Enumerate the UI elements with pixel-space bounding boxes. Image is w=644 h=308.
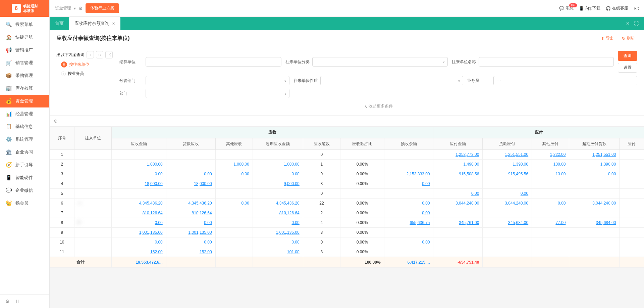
- table-cell[interactable]: [215, 237, 253, 247]
- sidebar-item-member[interactable]: 👑畅会员: [0, 197, 49, 210]
- table-cell[interactable]: 1,000.00: [111, 160, 166, 169]
- table-cell[interactable]: [483, 237, 532, 247]
- table-cell[interactable]: [384, 189, 433, 199]
- table-cell[interactable]: [384, 160, 433, 169]
- table-cell[interactable]: 655,636.75: [384, 218, 433, 228]
- tab-fullscreen-icon[interactable]: ⛶: [634, 21, 639, 26]
- table-cell[interactable]: 0.00: [111, 237, 166, 247]
- table-cell[interactable]: 18,000.00: [166, 179, 215, 189]
- table-cell[interactable]: [215, 179, 253, 189]
- sidebar-item-system[interactable]: ⚙️系统管理: [0, 133, 49, 146]
- table-cell[interactable]: [111, 189, 166, 199]
- filter-collapse-button[interactable]: ∧ 收起更多条件: [119, 101, 637, 111]
- table-cell[interactable]: [215, 247, 253, 257]
- table-cell[interactable]: 152.00: [166, 247, 215, 257]
- user-menu[interactable]: Rit: [634, 6, 639, 11]
- table-cell[interactable]: 18,000.00: [111, 179, 166, 189]
- table-cell[interactable]: 1,222.00: [532, 150, 569, 160]
- table-cell[interactable]: 1,000.00: [253, 160, 303, 169]
- table-cell[interactable]: 1,001,135.00: [253, 228, 303, 237]
- table-cell[interactable]: 4,345,436.20: [253, 199, 303, 208]
- table-cell[interactable]: 100.00: [532, 160, 569, 169]
- tab-close-icon[interactable]: ✕: [112, 21, 115, 26]
- table-cell[interactable]: [111, 150, 166, 160]
- expand-scheme-button[interactable]: 《: [105, 51, 113, 58]
- table-cell[interactable]: [532, 208, 569, 218]
- table-cell[interactable]: [215, 218, 253, 228]
- table-cell[interactable]: 152.00: [111, 247, 166, 257]
- table-cell[interactable]: [433, 179, 483, 189]
- table-cell[interactable]: [532, 237, 569, 247]
- table-cell[interactable]: 345,684.00: [483, 218, 532, 228]
- sidebar-item-sales[interactable]: 🛒销售管理: [0, 56, 49, 69]
- table-cell[interactable]: [384, 247, 433, 257]
- table-cell[interactable]: 0.00: [433, 189, 483, 199]
- table-cell[interactable]: [433, 228, 483, 237]
- table-cell[interactable]: [532, 189, 569, 199]
- sidebar-item-capital[interactable]: 💰资金管理: [0, 95, 49, 107]
- table-cell[interactable]: 0.00: [111, 169, 166, 179]
- table-cell[interactable]: [253, 189, 303, 199]
- scheme-item-partner[interactable]: B 按往来单位: [59, 60, 113, 69]
- app-download-button[interactable]: 📱 App下载: [579, 5, 600, 11]
- collapse-footer-icon[interactable]: ⏸: [15, 299, 20, 304]
- table-cell[interactable]: 0.00: [215, 199, 253, 208]
- table-cell[interactable]: 345,761.00: [433, 218, 483, 228]
- table-cell[interactable]: 345,684.00: [569, 218, 620, 228]
- table-cell[interactable]: [483, 228, 532, 237]
- table-cell[interactable]: [532, 247, 569, 257]
- solution-button[interactable]: 体验行业方案: [86, 3, 119, 13]
- table-cell[interactable]: [384, 228, 433, 237]
- table-cell[interactable]: [215, 228, 253, 237]
- table-cell[interactable]: 0.00: [532, 199, 569, 208]
- table-cell[interactable]: [483, 208, 532, 218]
- table-cell[interactable]: [215, 189, 253, 199]
- table-cell[interactable]: 915,508.56: [433, 169, 483, 179]
- table-cell[interactable]: 0.00: [166, 218, 215, 228]
- partner-name-input[interactable]: [479, 57, 614, 67]
- table-cell[interactable]: 0.00: [384, 237, 433, 247]
- table-cell[interactable]: [384, 150, 433, 160]
- table-settings-icon[interactable]: ⊙: [54, 118, 58, 124]
- sidebar-item-basic[interactable]: 📋基础信息: [0, 120, 49, 133]
- sidebar-item-operations[interactable]: 📊经营管理: [0, 107, 49, 120]
- table-cell[interactable]: 0.00: [166, 169, 215, 179]
- dept-manager-select[interactable]: ∨: [146, 76, 289, 85]
- table-cell[interactable]: [569, 237, 620, 247]
- table-cell[interactable]: 1,252,773.00: [433, 150, 483, 160]
- sidebar-item-inventory[interactable]: 🏢库存核算: [0, 82, 49, 95]
- table-cell[interactable]: [166, 189, 215, 199]
- table-cell[interactable]: 0.00: [253, 169, 303, 179]
- table-cell[interactable]: [569, 189, 620, 199]
- table-cell[interactable]: 77.00: [532, 218, 569, 228]
- add-scheme-button[interactable]: +: [87, 51, 94, 58]
- table-cell[interactable]: [569, 208, 620, 218]
- salesperson-input[interactable]: ···: [493, 76, 637, 85]
- partner-category-select[interactable]: ∨: [312, 57, 447, 67]
- table-cell[interactable]: 1,390.00: [483, 160, 532, 169]
- partner-nature-select[interactable]: ∨: [320, 76, 464, 85]
- sidebar-item-search[interactable]: 🔍搜索菜单: [0, 18, 49, 31]
- table-cell[interactable]: 0.00: [384, 199, 433, 208]
- sidebar-item-purchase[interactable]: 📦采购管理: [0, 69, 49, 82]
- table-cell[interactable]: 2,153,333.00: [384, 169, 433, 179]
- edit-scheme-button[interactable]: ⊙: [96, 51, 103, 58]
- table-cell[interactable]: 4,345,436.20: [166, 199, 215, 208]
- table-cell[interactable]: 0.00: [253, 218, 303, 228]
- table-cell[interactable]: [215, 150, 253, 160]
- table-cell[interactable]: [569, 228, 620, 237]
- table-cell[interactable]: [569, 247, 620, 257]
- table-cell[interactable]: [166, 150, 215, 160]
- settings-footer-icon[interactable]: ⚙: [5, 299, 10, 304]
- table-cell[interactable]: 1,251,551.00: [483, 150, 532, 160]
- export-button[interactable]: ⬆ 导出: [598, 34, 616, 43]
- table-cell[interactable]: 0.00: [166, 237, 215, 247]
- sidebar-item-wechat[interactable]: 💬企业微信: [0, 184, 49, 197]
- sidebar-item-quick[interactable]: 🏠快捷导航: [0, 31, 49, 44]
- tab-home[interactable]: 首页: [50, 17, 69, 30]
- table-cell[interactable]: [253, 150, 303, 160]
- table-cell[interactable]: 3,044,240.00: [483, 199, 532, 208]
- online-service-button[interactable]: 🎧 在线客服: [606, 5, 628, 11]
- table-cell[interactable]: [166, 160, 215, 169]
- table-cell[interactable]: 1,251,551.00: [569, 150, 620, 160]
